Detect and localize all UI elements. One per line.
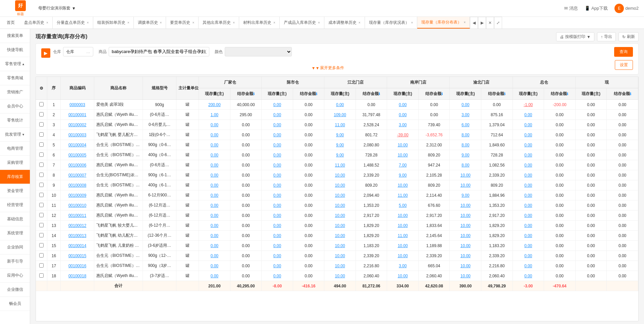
tab-stock[interactable]: 盘点单历史 × <box>20 17 53 29</box>
setting-btn[interactable]: 设置 <box>615 60 633 70</box>
expand-more-btn[interactable]: ▼▼ 展开更多条件 <box>312 65 344 71</box>
color-select[interactable] <box>225 47 292 56</box>
sidebar-item-basic[interactable]: 基础信息 <box>0 212 30 226</box>
cell-checkbox[interactable] <box>36 110 47 120</box>
cell-checkbox[interactable] <box>36 170 47 180</box>
tab-stock-dist[interactable]: 现存量（库存分布表） × <box>417 17 470 29</box>
tab-close-icon[interactable]: × <box>233 21 235 25</box>
cell-checkbox[interactable] <box>36 160 47 170</box>
jb-info-icon[interactable]: ℹ <box>379 92 380 96</box>
tab-next-btn[interactable]: ▶ <box>478 17 486 29</box>
tab-cost-adjust[interactable]: 成本调整单历史 × <box>324 17 365 29</box>
sidebar-item-business[interactable]: 经营管理 <box>0 198 30 212</box>
export-btn[interactable]: ↑ 导出 <box>597 32 616 41</box>
sidebar-item-retail-stat[interactable]: 零售统计 <box>0 113 30 128</box>
sidebar-item-finance[interactable]: 资金管理 <box>0 184 30 198</box>
cell-checkbox[interactable] <box>36 100 47 110</box>
extra-info-icon[interactable]: ℹ <box>630 92 631 96</box>
sidebar-item-app-center[interactable]: 应用中心 <box>0 269 30 283</box>
tab-close-icon[interactable]: × <box>359 21 361 25</box>
tab-close-all-btn[interactable]: ✕ <box>486 17 494 29</box>
summary-empty <box>36 281 47 291</box>
tab-close-icon[interactable]: × <box>464 20 466 24</box>
tab-close-icon[interactable]: × <box>127 21 129 25</box>
tab-close-icon[interactable]: × <box>87 21 89 25</box>
sidebar-item-corp-wechat[interactable]: 企业微信 <box>0 283 30 297</box>
tab-expand-btn[interactable]: ⤢ <box>494 17 502 29</box>
cell-extra-amount: 0.00 <box>607 251 638 261</box>
cell-unit: 罐 <box>176 130 199 140</box>
sidebar-item-member-plus[interactable]: 畅会员 <box>0 297 30 311</box>
tab-close-icon[interactable]: × <box>46 21 48 25</box>
sidebar-item-inventory[interactable]: 库存核算 <box>0 170 30 184</box>
cs-info-icon[interactable]: ℹ <box>316 92 317 96</box>
sidebar-item-search[interactable]: 搜索英单 <box>0 29 30 43</box>
message-btn[interactable]: ✉ 消息 <box>564 5 578 11</box>
cell-extra-stock: 0.00 <box>575 211 607 221</box>
cell-fw-stock: 0.00 <box>199 231 230 241</box>
sidebar-item-purchase[interactable]: 采购管理 <box>0 156 30 170</box>
cell-checkbox[interactable] <box>36 200 47 211</box>
cell-yb-amount: 1,829.20 <box>481 221 513 231</box>
sidebar-item-retail-shop[interactable]: 零售商城 <box>0 71 30 85</box>
tab-close-icon[interactable]: × <box>192 21 194 25</box>
tab-requisition[interactable]: 要货单历史 × <box>166 17 199 29</box>
cell-checkbox[interactable] <box>36 180 47 190</box>
cell-checkbox[interactable] <box>36 221 47 231</box>
collapse-btn[interactable]: ▶ <box>41 48 50 58</box>
th-settings[interactable]: ⚙ <box>36 77 47 100</box>
sidebar-item-guide[interactable]: 新手引导 <box>0 254 30 269</box>
sidebar-item-nav[interactable]: 快捷导航 <box>0 43 30 57</box>
tab-close-icon[interactable]: × <box>411 21 413 25</box>
cell-no: 2 <box>47 110 60 120</box>
refresh-btn[interactable]: ↻ 刷新 <box>619 32 639 41</box>
na-info-icon[interactable]: ℹ <box>441 92 443 96</box>
cell-na-amount: 2,114.40 <box>418 190 450 200</box>
sidebar-item-ecom[interactable]: 电商管理 <box>0 142 30 156</box>
sidebar-item-member[interactable]: 会员中心 <box>0 99 30 113</box>
query-btn[interactable]: 查询 <box>614 47 633 57</box>
cell-no: 13 <box>47 221 60 231</box>
cell-checkbox[interactable] <box>36 251 47 261</box>
cell-no: 12 <box>47 211 60 221</box>
sidebar-item-enterprise[interactable]: 企业协同 <box>0 240 30 254</box>
tab-material-out[interactable]: 材料出库单历史 × <box>239 17 280 29</box>
yb-info-icon[interactable]: ℹ <box>504 92 505 96</box>
tab-current-stock[interactable]: 现存量（库存状况表） × <box>365 17 418 29</box>
cell-checkbox[interactable] <box>36 261 47 271</box>
sidebar-item-system[interactable]: 系统管理 <box>0 226 30 240</box>
tab-home[interactable]: 首页 <box>1 20 20 26</box>
cell-checkbox[interactable] <box>36 231 47 241</box>
tab-close-icon[interactable]: × <box>273 21 275 25</box>
cell-spec: 900g（0-6… <box>143 140 176 150</box>
cell-checkbox[interactable] <box>36 140 47 150</box>
tab-other-out[interactable]: 其他出库单历史 × <box>199 17 239 29</box>
user-menu[interactable]: E demo2 <box>614 4 639 13</box>
product-input[interactable] <box>109 47 209 56</box>
app-download-btn[interactable]: 📱 App下载 <box>585 5 608 11</box>
cell-checkbox[interactable] <box>36 241 47 251</box>
tab-close-icon[interactable]: × <box>318 21 320 25</box>
total-info-icon[interactable]: ℹ <box>567 92 568 96</box>
warehouse-filter: 仓库 仓库 … <box>53 47 93 56</box>
cell-checkbox[interactable] <box>36 120 47 130</box>
cell-checkbox[interactable] <box>36 150 47 160</box>
tab-transfer[interactable]: 调拨单历史 × <box>134 17 166 29</box>
tab-prev-btn[interactable]: ◀ <box>470 17 478 29</box>
cell-checkbox[interactable] <box>36 190 47 200</box>
sidebar-item-retail-mgmt[interactable]: 零售管理 ▲ <box>0 57 30 71</box>
sidebar-item-wholesale[interactable]: 批发管理 ▼ <box>0 128 30 142</box>
print-btn[interactable]: 🖨 按模版打印 ▼ <box>556 32 594 41</box>
tab-product-in[interactable]: 产成品入库单历史 × <box>280 17 324 29</box>
cell-na-stock: 10.00 <box>387 211 419 221</box>
cell-checkbox[interactable] <box>36 211 47 221</box>
tab-assemble[interactable]: 组装拆卸单历史 × <box>93 17 134 29</box>
cell-checkbox[interactable] <box>36 271 47 281</box>
tab-close-icon[interactable]: × <box>160 21 162 25</box>
warehouse-select[interactable]: 仓库 … <box>63 47 93 56</box>
fw-info-icon[interactable]: ℹ <box>253 92 255 96</box>
sidebar-item-marketing[interactable]: 营销推广 <box>0 85 30 99</box>
cell-checkbox[interactable] <box>36 130 47 140</box>
company-dropdown[interactable]: 母婴行业演示陈套 ▼ <box>38 5 76 11</box>
tab-branch-stock[interactable]: 分量盘点单历史 × <box>53 17 93 29</box>
